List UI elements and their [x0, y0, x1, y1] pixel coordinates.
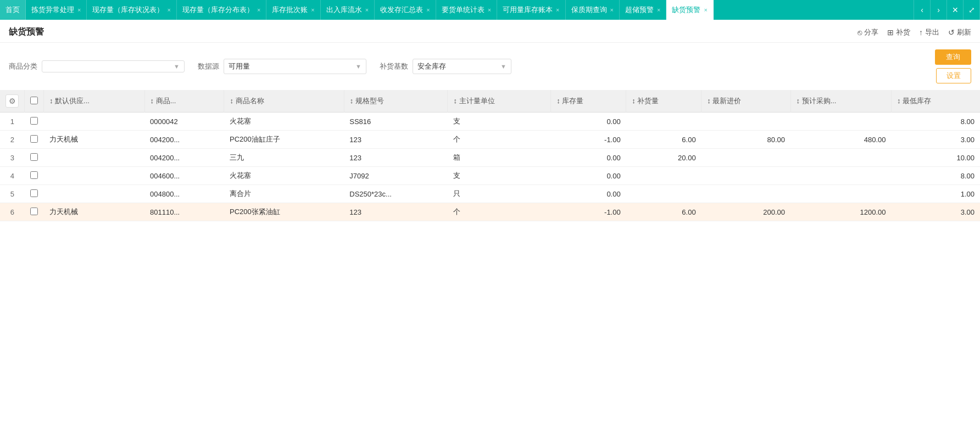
tab-summary-close[interactable]: × — [426, 7, 430, 13]
header-actions: ⎋ 分享 ⊞ 补货 ↑ 导出 ↺ 刷新 — [858, 27, 971, 37]
nav-expand-btn[interactable]: ⤢ — [964, 0, 980, 20]
row-checkbox-cell — [25, 149, 44, 167]
row-gear-cell: 1 — [0, 113, 25, 131]
tab-shortage-close[interactable]: × — [704, 7, 707, 13]
row-code: 801110... — [144, 203, 224, 221]
export-button[interactable]: ↑ 导出 — [919, 27, 939, 37]
tab-available[interactable]: 可用量库存账本 × — [497, 0, 565, 20]
row-checkbox[interactable] — [30, 189, 38, 197]
col-latest-price-sort[interactable]: ↕ 最新进价 — [707, 96, 784, 106]
datasource-filter-group: 数据源 可用量 ▼ — [198, 59, 366, 74]
refresh-button[interactable]: ↺ 刷新 — [948, 27, 971, 37]
replenish-icon: ⊞ — [887, 28, 894, 37]
row-est-purchase — [790, 167, 892, 185]
datasource-value: 可用量 — [229, 61, 250, 71]
tab-home[interactable]: 首页 — [0, 0, 26, 20]
row-min-stock: 3.00 — [892, 203, 980, 221]
row-name: 三九 — [224, 149, 344, 167]
tab-batch[interactable]: 库存批次账 × — [266, 0, 320, 20]
nav-next-btn[interactable]: › — [931, 0, 947, 20]
col-supplier-sort[interactable]: ↕ 默认供应... — [49, 96, 139, 106]
table-row: 1 0000042 火花塞 SS816 支 0.00 8.00 — [0, 113, 980, 131]
col-stock-sort[interactable]: ↕ 库存量 — [556, 96, 620, 106]
tab-purchase-stats[interactable]: 要货单统计表 × — [436, 0, 497, 20]
tab-batch-close[interactable]: × — [311, 7, 314, 13]
row-checkbox-cell — [25, 113, 44, 131]
col-replenish-label: ↕ 补货量 — [632, 96, 659, 106]
table-row: 4 004600... 火花塞 J7092 支 0.00 8.00 — [0, 167, 980, 185]
tab-inventory-dist[interactable]: 现存量（库存分布表） × — [177, 0, 266, 20]
row-checkbox[interactable] — [30, 171, 38, 179]
row-number: 3 — [10, 154, 14, 162]
datasource-select[interactable]: 可用量 ▼ — [224, 59, 366, 74]
row-unit: 箱 — [448, 149, 551, 167]
col-code-sort[interactable]: ↕ 商品... — [151, 96, 219, 106]
replenish-button[interactable]: ⊞ 补货 — [887, 27, 910, 37]
table-container: ⚙ ↕ 默认供应... ↕ 商品... — [0, 90, 980, 221]
tab-inventory-status-close[interactable]: × — [167, 7, 170, 13]
col-est-purchase-sort[interactable]: ↕ 预计采购... — [797, 96, 886, 106]
datasource-label: 数据源 — [198, 61, 219, 71]
row-checkbox[interactable] — [30, 153, 38, 161]
tab-picking[interactable]: 拣货异常处理 × — [26, 0, 87, 20]
col-spec-sort[interactable]: ↕ 规格型号 — [350, 96, 442, 106]
row-supplier — [44, 113, 145, 131]
col-gear: ⚙ — [0, 90, 25, 113]
table-row: 3 004200... 三九 123 箱 0.00 20.00 10.00 — [0, 149, 980, 167]
category-select[interactable]: ▼ — [42, 60, 185, 72]
tab-summary[interactable]: 收发存汇总表 × — [375, 0, 436, 20]
settings-button[interactable]: 设置 — [936, 68, 971, 83]
tab-available-close[interactable]: × — [556, 7, 559, 13]
row-spec: 123 — [344, 149, 448, 167]
tab-inout-close[interactable]: × — [365, 7, 369, 13]
row-supplier — [44, 185, 145, 203]
row-unit: 个 — [448, 131, 551, 149]
tab-picking-close[interactable]: × — [77, 7, 81, 13]
tab-inventory-dist-close[interactable]: × — [257, 7, 260, 13]
row-latest-price: 200.00 — [701, 203, 790, 221]
datasource-chevron-icon: ▼ — [355, 63, 361, 70]
tab-inout[interactable]: 出入库流水 × — [321, 0, 375, 20]
row-min-stock: 8.00 — [892, 167, 980, 185]
tab-overstock[interactable]: 超储预警 × — [620, 0, 666, 20]
row-replenish — [626, 185, 701, 203]
row-checkbox-cell — [25, 185, 44, 203]
row-checkbox-cell — [25, 131, 44, 149]
tab-purchase-stats-close[interactable]: × — [488, 7, 491, 13]
tab-inventory-status[interactable]: 现存量（库存状况表） × — [87, 0, 176, 20]
nav-prev-btn[interactable]: ‹ — [914, 0, 931, 20]
row-unit: 只 — [448, 185, 551, 203]
col-est-purchase-label: ↕ 预计采购... — [797, 96, 837, 106]
row-unit: 支 — [448, 113, 551, 131]
row-gear-cell: 3 — [0, 149, 25, 167]
tab-expiry-close[interactable]: × — [610, 7, 614, 13]
col-replenish-sort[interactable]: ↕ 补货量 — [632, 96, 695, 106]
table-gear-button[interactable]: ⚙ — [5, 94, 19, 108]
row-stock: 0.00 — [551, 167, 626, 185]
row-checkbox[interactable] — [30, 117, 38, 125]
col-stock: ↕ 库存量 — [551, 90, 626, 113]
row-checkbox[interactable] — [30, 135, 38, 143]
tab-shortage[interactable]: 缺货预警 × — [666, 0, 713, 20]
share-button[interactable]: ⎋ 分享 — [858, 27, 878, 37]
col-unit-label: ↕ 主计量单位 — [453, 96, 494, 106]
row-spec: DS250*23c... — [344, 185, 448, 203]
nav-close-btn[interactable]: ✕ — [947, 0, 964, 20]
col-min-stock-sort[interactable]: ↕ 最低库存 — [897, 96, 975, 106]
tab-expiry[interactable]: 保质期查询 × — [566, 0, 620, 20]
col-name-sort[interactable]: ↕ 商品名称 — [230, 96, 338, 106]
row-checkbox-cell — [25, 167, 44, 185]
query-button[interactable]: 查询 — [935, 49, 971, 65]
tab-batch-label: 库存批次账 — [272, 5, 308, 15]
row-code: 004800... — [144, 185, 224, 203]
category-label: 商品分类 — [9, 61, 37, 71]
replenish-base-select[interactable]: 安全库存 ▼ — [413, 59, 511, 74]
col-unit-sort[interactable]: ↕ 主计量单位 — [453, 96, 545, 106]
filter-actions: 查询 设置 — [935, 49, 971, 83]
select-all-checkbox[interactable] — [30, 97, 38, 104]
row-est-purchase — [790, 185, 892, 203]
topbar-nav: ‹ › ✕ ⤢ — [914, 0, 980, 20]
tab-overstock-close[interactable]: × — [657, 7, 660, 13]
row-checkbox[interactable] — [30, 208, 38, 215]
row-stock: -1.00 — [551, 131, 626, 149]
